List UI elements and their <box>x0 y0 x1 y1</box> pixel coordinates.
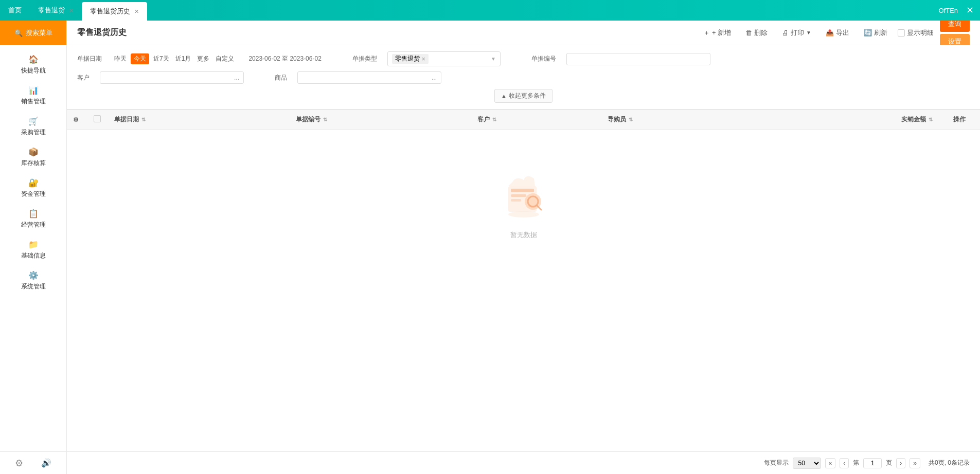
tab-retail-return-history-label: 零售退货历史 <box>90 7 130 16</box>
th-date[interactable]: 单据日期 ⇅ <box>108 110 290 130</box>
sidebar-item-basic-info-label: 基础信息 <box>21 251 46 260</box>
sidebar-item-sys-mgmt[interactable]: ⚙️ 系统管理 <box>0 265 66 296</box>
new-button-label: + 新增 <box>712 28 731 38</box>
tab-retail-return-close[interactable]: ✕ <box>69 7 74 14</box>
sidebar-item-purchase-mgmt[interactable]: 🛒 采购管理 <box>0 111 66 142</box>
th-date-label: 单据日期 <box>114 116 139 123</box>
pagination-next-btn[interactable]: › <box>896 458 905 468</box>
th-checkbox[interactable] <box>87 110 108 130</box>
sales-icon: 📊 <box>28 85 39 95</box>
filter-row-1: 单据日期 昨天 今天 近7天 近1月 更多 自定义 2023-06-02 至 2… <box>77 51 970 66</box>
empty-state: 暂无数据 <box>67 130 980 281</box>
sidebar-item-quick-nav[interactable]: 🏠 快捷导航 <box>0 49 66 80</box>
pagination-per-page-label: 每页显示 <box>764 459 789 467</box>
th-action-label: 操作 <box>953 116 966 123</box>
th-settings[interactable]: ⚙ <box>67 110 87 130</box>
tab-retail-return[interactable]: 零售退货 ✕ <box>30 0 82 21</box>
shortcut-last1month[interactable]: 近1月 <box>173 53 193 64</box>
sidebar-sound-icon[interactable]: 🔊 <box>41 458 51 468</box>
refresh-button[interactable]: 🔄 刷新 <box>860 26 892 40</box>
content-area: 零售退货历史 ＋ + 新增 🗑 删除 🖨 打印 ▼ 📤 导出 <box>67 21 980 474</box>
shortcut-more[interactable]: 更多 <box>195 53 211 64</box>
sidebar-item-finance-mgmt[interactable]: 🔐 资金管理 <box>0 173 66 204</box>
sidebar-item-ops-mgmt-label: 经营管理 <box>21 221 46 229</box>
th-action: 操作 <box>939 110 980 130</box>
filter-date-range: 2023-06-02 至 2023-06-02 <box>248 54 321 63</box>
shortcut-custom[interactable]: 自定义 <box>213 53 236 64</box>
tab-home[interactable]: 首页 <box>0 0 30 21</box>
sidebar-item-ops-mgmt[interactable]: 📋 经营管理 <box>0 204 66 234</box>
ops-icon: 📋 <box>28 209 39 218</box>
pagination-per-page-select[interactable]: 10 20 50 100 <box>793 458 821 469</box>
tab-retail-return-history[interactable]: 零售退货历史 ✕ <box>82 2 147 21</box>
th-guide[interactable]: 导购员 ⇅ <box>601 110 757 130</box>
th-customer-label: 客户 <box>477 116 490 123</box>
shortcut-yesterday[interactable]: 昨天 <box>112 53 129 64</box>
pagination-last-btn[interactable]: » <box>910 458 920 468</box>
collapse-btn[interactable]: ▲ 收起更多条件 <box>494 89 553 103</box>
th-number[interactable]: 单据编号 ⇅ <box>290 110 471 130</box>
tab-retail-return-history-close[interactable]: ✕ <box>134 8 139 15</box>
pagination-prev-btn[interactable]: ‹ <box>840 458 849 468</box>
filter-date-label: 单据日期 <box>77 54 102 63</box>
filter-doc-number-input[interactable] <box>566 53 710 65</box>
table-header: ⚙ 单据日期 ⇅ 单据编号 ⇅ <box>67 110 980 130</box>
th-number-sort: ⇅ <box>323 117 327 122</box>
page-title: 零售退货历史 <box>77 27 699 38</box>
tab-home-label: 首页 <box>8 6 22 15</box>
tab-retail-return-label: 零售退货 <box>38 6 65 15</box>
collapse-icon: ▲ <box>501 93 507 100</box>
query-button[interactable]: 查询 <box>940 21 970 32</box>
filter-doc-number-label: 单据编号 <box>531 54 556 63</box>
sidebar-search[interactable]: 🔍 搜索菜单 <box>0 21 66 45</box>
print-icon: 🖨 <box>782 29 789 37</box>
table-container: ⚙ 单据日期 ⇅ 单据编号 ⇅ <box>67 110 980 451</box>
doc-type-chevron: ▼ <box>491 56 496 62</box>
print-button[interactable]: 🖨 打印 ▼ <box>778 26 815 40</box>
sidebar-search-label: 搜索菜单 <box>26 28 52 38</box>
show-detail-checkbox[interactable]: 显示明细 <box>898 28 934 38</box>
th-customer[interactable]: 客户 ⇅ <box>471 110 602 130</box>
filter-doc-type-value: 零售退货 <box>395 54 420 63</box>
shortcut-today[interactable]: 今天 <box>131 53 149 64</box>
th-amount[interactable]: 实销金额 ⇅ <box>757 110 939 130</box>
svg-rect-3 <box>511 194 526 197</box>
filter-doc-type-tag: 零售退货 × <box>392 54 429 64</box>
sidebar-item-inventory-calc[interactable]: 📦 库存核算 <box>0 142 66 173</box>
filter-doc-type-remove[interactable]: × <box>422 56 425 63</box>
empty-state-icon <box>498 171 549 222</box>
sidebar-item-sales-mgmt-label: 销售管理 <box>21 97 46 106</box>
th-checkbox-box <box>94 115 101 122</box>
sidebar: 🔍 搜索菜单 🏠 快捷导航 📊 销售管理 🛒 采购管理 📦 库存核算 🔐 <box>0 21 67 474</box>
print-chevron: ▼ <box>806 30 811 35</box>
pagination-total-label: 共0页, 0条记录 <box>929 459 970 467</box>
show-detail-checkbox-box <box>898 29 905 37</box>
th-date-sort: ⇅ <box>141 117 146 122</box>
filter-doc-type-select[interactable]: 零售退货 × ▼ <box>387 51 501 66</box>
svg-rect-2 <box>511 189 534 192</box>
filter-goods-select[interactable]: ... <box>297 71 441 84</box>
home-icon: 🏠 <box>28 54 39 64</box>
shortcut-last7days[interactable]: 近7天 <box>151 53 171 64</box>
basic-info-icon: 📁 <box>28 240 39 249</box>
sys-icon: ⚙️ <box>28 270 39 280</box>
pagination-page-label: 页 <box>886 459 892 467</box>
filter-area: 单据日期 昨天 今天 近7天 近1月 更多 自定义 2023-06-02 至 2… <box>67 45 980 110</box>
pagination-bar: 每页显示 10 20 50 100 « ‹ 第 页 › » 共0页, 0条记录 <box>67 451 980 474</box>
finance-icon: 🔐 <box>28 178 39 188</box>
purchase-icon: 🛒 <box>28 116 39 126</box>
new-button[interactable]: ＋ + 新增 <box>699 26 735 40</box>
delete-button[interactable]: 🗑 删除 <box>741 26 772 40</box>
export-icon: 📤 <box>826 29 834 37</box>
sidebar-item-basic-info[interactable]: 📁 基础信息 <box>0 234 66 265</box>
show-detail-label: 显示明细 <box>907 28 934 38</box>
sidebar-settings-icon[interactable]: ⚙ <box>15 458 23 469</box>
export-button[interactable]: 📤 导出 <box>822 26 853 40</box>
filter-doc-type-label: 单据类型 <box>352 54 377 63</box>
inventory-icon: 📦 <box>28 147 39 157</box>
pagination-first-btn[interactable]: « <box>825 458 836 468</box>
pagination-page-input[interactable] <box>863 458 882 468</box>
window-close-btn[interactable]: ✕ <box>966 5 974 16</box>
sidebar-item-sales-mgmt[interactable]: 📊 销售管理 <box>0 80 66 111</box>
filter-customer-select[interactable]: ... <box>100 71 244 84</box>
